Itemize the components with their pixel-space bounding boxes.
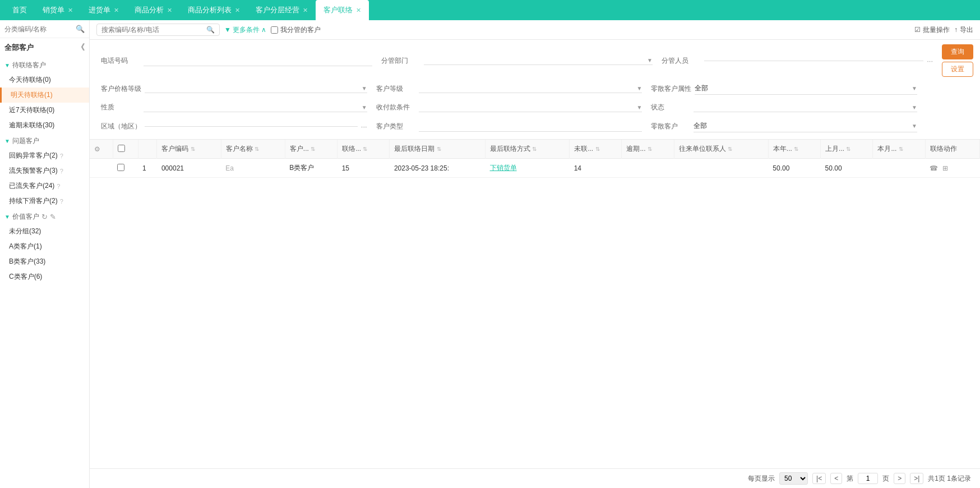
per-page-select[interactable]: 50 10 20 100: [779, 472, 808, 485]
filter-customer-type-input[interactable]: [419, 121, 642, 132]
filter-price-level-label: 客户价格等级: [101, 84, 141, 94]
sidebar-item-7days[interactable]: 近7天待联络(0): [0, 103, 89, 118]
edit-icon[interactable]: ✎: [50, 213, 56, 221]
nav-sales-order[interactable]: 销货单 ✕: [35, 0, 81, 20]
first-page-btn[interactable]: |<: [812, 473, 826, 484]
close-product-analysis-icon[interactable]: ✕: [167, 7, 172, 14]
row-this-month: [873, 159, 925, 178]
last-page-btn[interactable]: >|: [910, 473, 923, 484]
close-product-analysis-list-icon[interactable]: ✕: [235, 7, 240, 14]
filter-status: 状态 ▼: [646, 100, 922, 114]
filter-retail-customer-label: 零散客户: [651, 122, 690, 131]
manager-dots-icon[interactable]: ···: [927, 57, 933, 65]
filter-customer-level-select[interactable]: ▼: [419, 84, 642, 93]
sidebar-item-class-b[interactable]: B类客户(33): [0, 254, 89, 269]
nav-product-analysis[interactable]: 商品分析 ✕: [127, 0, 180, 20]
sidebar: 🔍 全部客户 《 ▼ 待联络客户 今天待联络(0) 明天待联络(1) 近7天待联…: [0, 20, 90, 488]
customer-level-arrow-icon: ▼: [636, 85, 642, 91]
filter-payment: 收付款条件 ▼: [372, 100, 647, 114]
last-contact-method-link[interactable]: 下销货单: [490, 164, 517, 172]
sidebar-item-overdue[interactable]: 逾期未联络(30): [0, 118, 89, 133]
filter-dept-select[interactable]: ▼: [424, 56, 653, 65]
filter-retail-attr-select[interactable]: 全部 ▼: [695, 82, 917, 95]
sort-code-icon: ⇅: [191, 146, 195, 152]
filter-region: 区域（地区） ···: [96, 119, 372, 133]
close-sales-order-icon[interactable]: ✕: [68, 7, 73, 14]
region-dots-icon[interactable]: ···: [361, 122, 367, 131]
filter-phone-input[interactable]: [144, 56, 372, 66]
batch-op-btn[interactable]: ☑ 批量操作: [914, 25, 950, 35]
filter-retail-customer-select[interactable]: 全部 ▼: [694, 120, 917, 132]
sidebar-item-repurchase-abnormal[interactable]: 回购异常客户(2) ?: [0, 148, 89, 163]
sidebar-item-class-c[interactable]: C类客户(6): [0, 269, 89, 284]
group-problem-customers[interactable]: ▼ 问题客户: [0, 133, 89, 148]
sort-level-icon: ⇅: [311, 146, 315, 152]
table-row: 1 000021 Ea B类客户 15 2023-05-23 18:25: 下销…: [90, 159, 980, 178]
status-arrow-icon: ▼: [912, 104, 917, 111]
row-customer-name: Ea: [221, 159, 285, 178]
retail-customer-arrow-icon: ▼: [912, 123, 917, 129]
query-button[interactable]: 查询: [942, 44, 973, 59]
sidebar-item-class-a[interactable]: A类客户(1): [0, 239, 89, 254]
refresh-icon[interactable]: ↻: [41, 213, 48, 221]
per-page-label: 每页显示: [748, 474, 775, 484]
dept-arrow-icon: ▼: [647, 57, 653, 63]
all-customers-header[interactable]: 全部客户 《: [0, 38, 89, 57]
close-purchase-order-icon[interactable]: ✕: [114, 7, 119, 14]
help-icon-4: ?: [60, 198, 63, 205]
nav-customer-tier[interactable]: 客户分层经营 ✕: [248, 0, 316, 20]
filter-price-level: 客户价格等级 ▼: [96, 82, 372, 96]
sidebar-search-icon[interactable]: 🔍: [76, 25, 85, 33]
page-number-input[interactable]: [858, 473, 878, 484]
nav-purchase-order[interactable]: 进货单 ✕: [81, 0, 127, 20]
content-area: 🔍 ▼ 更多条件 ∧ 我分管的客户 ☑ 批量操作 ↑ 导出: [90, 20, 980, 488]
sort-date-icon: ⇅: [437, 146, 441, 152]
col-gear: ⚙: [90, 140, 113, 159]
filter-nature-select[interactable]: ▼: [144, 103, 367, 112]
search-input[interactable]: [101, 26, 206, 34]
setting-button[interactable]: 设置: [942, 62, 973, 77]
sort-unit-icon: ⇅: [728, 146, 732, 152]
sidebar-item-today[interactable]: 今天待联络(0): [0, 72, 89, 88]
action-phone-icon[interactable]: ☎: [930, 164, 938, 172]
group-pending-contact[interactable]: ▼ 待联络客户: [0, 57, 89, 72]
next-page-btn[interactable]: >: [894, 473, 905, 484]
group-value-customers[interactable]: ▼ 价值客户 ↻ ✎: [0, 209, 89, 224]
filter-customer-level: 客户等级 ▼: [372, 82, 647, 96]
my-customers-checkbox-label[interactable]: 我分管的客户: [271, 25, 321, 35]
filter-status-select[interactable]: ▼: [694, 103, 917, 112]
sidebar-item-lost-risk[interactable]: 流失预警客户(3) ?: [0, 163, 89, 178]
sidebar-item-tomorrow[interactable]: 明天待联络(1): [0, 88, 89, 103]
filter-payment-select[interactable]: ▼: [419, 103, 642, 112]
filter-row-4: 区域（地区） ··· 客户类型 零散客户 全部 ▼: [96, 118, 973, 135]
action-grid-icon[interactable]: ⊞: [942, 164, 948, 172]
filter-retail-attr-label: 零散客户属性: [651, 84, 691, 94]
prev-page-btn[interactable]: <: [830, 473, 842, 484]
chevron-icon: ∧: [261, 26, 266, 34]
col-last-month: 上月... ⇅: [821, 140, 873, 159]
close-customer-contact-icon[interactable]: ✕: [356, 7, 361, 14]
select-all-checkbox[interactable]: [118, 145, 125, 152]
sort-contact-icon: ⇅: [363, 146, 367, 152]
sidebar-item-continuous-decline[interactable]: 持续下滑客户(2) ?: [0, 194, 89, 209]
export-btn[interactable]: ↑ 导出: [954, 25, 973, 35]
help-icon-1: ?: [60, 153, 63, 159]
search-icon[interactable]: 🔍: [206, 26, 215, 34]
my-customers-checkbox[interactable]: [271, 26, 278, 34]
nav-product-analysis-list[interactable]: 商品分析列表 ✕: [180, 0, 248, 20]
more-conditions-btn[interactable]: ▼ 更多条件 ∧: [224, 25, 266, 35]
filter-row-3: 性质 ▼ 收付款条件 ▼ 状态: [96, 100, 973, 114]
row-overdue: [622, 159, 674, 178]
payment-arrow-icon: ▼: [636, 104, 642, 111]
sidebar-item-lost[interactable]: 已流失客户(24) ?: [0, 178, 89, 194]
row-select-checkbox[interactable]: [117, 164, 124, 171]
nav-home[interactable]: 首页: [4, 0, 35, 20]
nav-customer-contact[interactable]: 客户联络 ✕: [316, 0, 369, 20]
col-customer-level: 客户... ⇅: [285, 140, 337, 159]
col-last-contact-method: 最后联络方式 ⇅: [486, 140, 570, 159]
sidebar-search-input[interactable]: [4, 25, 76, 33]
close-customer-tier-icon[interactable]: ✕: [303, 7, 308, 14]
page-label: 第: [847, 474, 853, 484]
filter-price-level-select[interactable]: ▼: [145, 84, 367, 93]
sidebar-item-ungrouped[interactable]: 未分组(32): [0, 224, 89, 239]
